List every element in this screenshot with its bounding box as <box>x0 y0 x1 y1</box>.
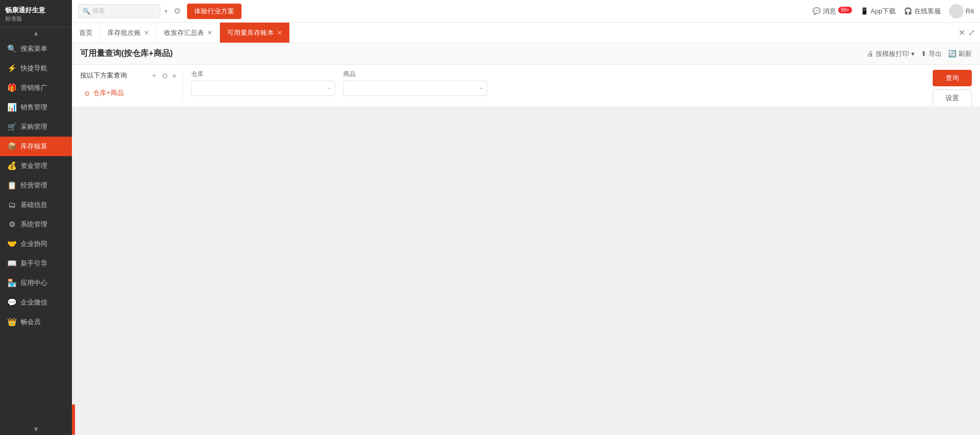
goods-more-icon[interactable]: ··· <box>479 84 483 93</box>
user-avatar[interactable]: Rit <box>949 4 974 18</box>
scroll-down-btn[interactable]: ▼ <box>0 423 72 435</box>
setting-button[interactable]: 设置 <box>933 89 972 106</box>
sidebar-item-marketing[interactable]: 🎁 营销推广 <box>0 78 72 98</box>
trial-button[interactable]: 体验行业方案 <box>187 4 242 19</box>
sidebar-item-member[interactable]: 👑 畅会员 <box>0 312 72 332</box>
refresh-icon: 🔄 <box>948 50 956 58</box>
message-badge: 99+ <box>838 7 852 13</box>
filter-goods: 商品 ··· <box>343 70 487 96</box>
dropdown-arrow-icon: ▾ <box>911 50 915 58</box>
query-buttons: 查询 设置 <box>924 70 972 106</box>
filter-goods-input[interactable]: ··· <box>343 81 487 96</box>
app-download-button[interactable]: 📱 App下载 <box>860 7 896 16</box>
page-title: 可用量查询(按仓库+商品) <box>80 48 173 59</box>
page-header: 可用量查询(按仓库+商品) 🖨 按模板打印 ▾ ⬆ 导出 🔄 刷新 <box>72 43 980 65</box>
filter-goods-label: 商品 <box>343 70 487 79</box>
sidebar-item-inventory[interactable]: 📦 库存核算 <box>0 137 72 156</box>
member-icon: 👑 <box>7 317 16 327</box>
sidebar-item-shortcut[interactable]: ⚡ 快捷导航 <box>0 59 72 78</box>
sidebar-item-guide[interactable]: 📖 新手引导 <box>0 254 72 273</box>
warehouse-more-icon[interactable]: ··· <box>327 84 330 93</box>
search-icon: 🔍 <box>7 44 16 53</box>
page-header-actions: 🖨 按模板打印 ▾ ⬆ 导出 🔄 刷新 <box>867 49 972 59</box>
sidebar-item-finance[interactable]: 💰 资金管理 <box>0 156 72 176</box>
warehouse-input-field[interactable] <box>196 85 325 92</box>
sidebar-item-wechat[interactable]: 💬 企业微信 <box>0 293 72 312</box>
tabs-right-actions: ✕ ⤢ <box>953 28 980 37</box>
tab-close-batch-account[interactable]: ✕ <box>144 29 149 36</box>
tab-close-available-ledger[interactable]: ✕ <box>277 29 282 36</box>
brand-edition: 标准版 <box>5 15 67 23</box>
settings-scheme-button[interactable]: ⊙ <box>161 70 169 81</box>
gear-icon[interactable]: ⚙ <box>172 4 183 18</box>
sales-icon: 📊 <box>7 103 16 112</box>
filter-warehouse: 仓库 ··· <box>191 70 335 96</box>
add-scheme-button[interactable]: ＋ <box>150 70 159 81</box>
scheme-item-warehouse-goods[interactable]: ⊙ 仓库+商品 <box>80 85 177 101</box>
sidebar-header: 畅康通好生意 标准版 <box>0 0 72 27</box>
query-button[interactable]: 查询 <box>933 70 972 86</box>
username-label: Rit <box>966 7 974 15</box>
avatar <box>949 4 964 18</box>
sidebar-item-enterprise[interactable]: 🤝 企业协同 <box>0 234 72 254</box>
export-icon: ⬆ <box>921 50 927 58</box>
tab-available-ledger[interactable]: 可用量库存账本 ✕ <box>220 23 290 43</box>
brand-name: 畅康通好生意 <box>5 6 67 15</box>
query-scheme-panel: 按以下方案查询 ＋ ⊙ « ⊙ 仓库+商品 <box>80 70 183 101</box>
close-tab-button[interactable]: ✕ <box>958 28 965 37</box>
headset-icon: 🎧 <box>904 7 912 15</box>
tabs-bar: 首页 库存批次账 ✕ 收发存汇总表 ✕ 可用量库存账本 ✕ ✕ ⤢ <box>72 23 980 43</box>
sidebar-item-sales[interactable]: 📊 销售管理 <box>0 98 72 117</box>
operations-icon: 📋 <box>7 181 16 190</box>
message-button[interactable]: 💬 消息 99+ <box>812 7 852 16</box>
search-icon: 🔍 <box>83 8 90 15</box>
right-scrollbar[interactable] <box>72 106 75 435</box>
purchase-icon: 🛒 <box>7 122 16 131</box>
enterprise-icon: 🤝 <box>7 239 16 249</box>
main-area: 🔍 搜索 ▾ ⚙ 体验行业方案 💬 消息 99+ 📱 App下载 🎧 在线客服 … <box>72 0 980 435</box>
scroll-up-btn[interactable]: ▲ <box>0 27 72 39</box>
dropdown-arrow-icon[interactable]: ▾ <box>164 8 168 15</box>
system-icon: ⚙ <box>7 220 16 229</box>
filter-warehouse-label: 仓库 <box>191 70 335 79</box>
collapse-scheme-button[interactable]: « <box>171 70 177 81</box>
finance-icon: 💰 <box>7 161 16 171</box>
query-area: 按以下方案查询 ＋ ⊙ « ⊙ 仓库+商品 仓库 <box>72 65 980 106</box>
topbar-search-box[interactable]: 🔍 搜索 <box>78 4 160 18</box>
refresh-button[interactable]: 🔄 刷新 <box>948 49 972 59</box>
sidebar-item-system[interactable]: ⚙ 系统管理 <box>0 215 72 234</box>
filter-warehouse-input[interactable]: ··· <box>191 81 335 96</box>
topbar: 🔍 搜索 ▾ ⚙ 体验行业方案 💬 消息 99+ 📱 App下载 🎧 在线客服 … <box>72 0 980 23</box>
sidebar-item-basic[interactable]: 🗂 基础信息 <box>0 195 72 215</box>
query-filters: 仓库 ··· 商品 ··· <box>183 70 924 96</box>
service-button[interactable]: 🎧 在线客服 <box>904 7 941 16</box>
sidebar-item-purchase[interactable]: 🛒 采购管理 <box>0 117 72 137</box>
sidebar-item-operations[interactable]: 📋 经营管理 <box>0 176 72 195</box>
tab-receive-summary[interactable]: 收发存汇总表 ✕ <box>157 23 220 43</box>
shortcut-icon: ⚡ <box>7 64 16 73</box>
print-icon: 🖨 <box>867 50 874 58</box>
tab-close-receive-summary[interactable]: ✕ <box>207 29 212 36</box>
page-content: 可用量查询(按仓库+商品) 🖨 按模板打印 ▾ ⬆ 导出 🔄 刷新 <box>72 43 980 106</box>
sidebar: 畅康通好生意 标准版 ▲ 🔍 搜索菜单 ⚡ 快捷导航 🎁 营销推广 📊 销售管理… <box>0 0 72 435</box>
query-scheme-header: 按以下方案查询 ＋ ⊙ « <box>80 70 177 81</box>
phone-icon: 📱 <box>860 7 868 15</box>
scheme-actions: ＋ ⊙ « <box>150 70 177 81</box>
topbar-right: 💬 消息 99+ 📱 App下载 🎧 在线客服 Rit <box>812 4 974 18</box>
inventory-icon: 📦 <box>7 142 16 151</box>
sidebar-item-search[interactable]: 🔍 搜索菜单 <box>0 39 72 59</box>
sidebar-item-apps[interactable]: 🏪 应用中心 <box>0 273 72 293</box>
search-placeholder: 搜索 <box>93 7 105 15</box>
goods-input-field[interactable] <box>348 85 477 92</box>
scrollbar-handle[interactable] <box>72 404 75 435</box>
wechat-icon: 💬 <box>7 298 16 307</box>
print-template-button[interactable]: 🖨 按模板打印 ▾ <box>867 49 915 59</box>
sidebar-scroll-area: 🔍 搜索菜单 ⚡ 快捷导航 🎁 营销推广 📊 销售管理 🛒 采购管理 📦 库存核… <box>0 39 72 423</box>
maximize-tab-button[interactable]: ⤢ <box>968 28 975 37</box>
tab-batch-account[interactable]: 库存批次账 ✕ <box>100 23 157 43</box>
tab-home[interactable]: 首页 <box>72 23 100 43</box>
marketing-icon: 🎁 <box>7 83 16 92</box>
export-button[interactable]: ⬆ 导出 <box>921 49 942 59</box>
scheme-label: 按以下方案查询 <box>80 71 127 80</box>
apps-icon: 🏪 <box>7 278 16 288</box>
